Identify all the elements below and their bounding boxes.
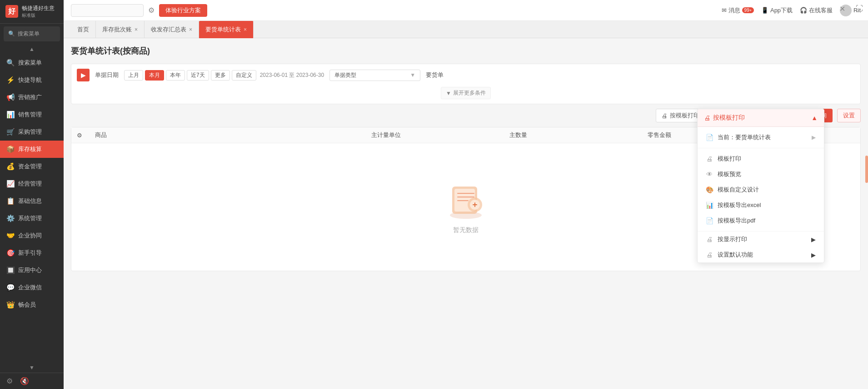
last7days-btn[interactable]: 近7天 [187, 70, 209, 81]
marketing-nav-label: 营销推广 [18, 93, 42, 101]
current-month-btn[interactable]: 本月 [145, 70, 164, 81]
scroll-down-btn[interactable]: ▼ [0, 363, 64, 373]
sidebar-item-operation[interactable]: 📈经营管理 [0, 175, 64, 192]
app-download-btn[interactable]: 📱 App下载 [761, 6, 793, 15]
type-select[interactable]: 单据类型 ▼ [329, 70, 420, 81]
sidebar-item-marketing[interactable]: 📢营销推广 [0, 89, 64, 106]
main-area: ⚙ 体验行业方案 ✉ 消息 99+ 📱 App下载 🎧 在线客服 Rit [64, 0, 868, 389]
sidebar-item-inventory[interactable]: 📦库存核算 [0, 141, 64, 158]
custom-btn[interactable]: 自定义 [232, 70, 256, 81]
action-bar: 🖨 按模板打印 ▲ ↑ 导出 ↺ 刷新 ... 查询 设置 [71, 109, 861, 122]
window-close-btn[interactable]: ✕ [833, 0, 851, 17]
collection-tab-close[interactable]: × [189, 26, 192, 33]
print-icon: 🖨 [662, 112, 668, 119]
template-pdf-icon: 📄 [706, 217, 713, 224]
tab-batch[interactable]: 库存批次账 × [96, 21, 145, 38]
topbar-left: ⚙ 体验行业方案 [71, 4, 207, 17]
sidebar-item-weixin[interactable]: 💬企业微信 [0, 279, 64, 296]
print-dropdown-panel: 🖨 按模板打印 ▲ 📄 当前：要货单统计表 ▶ [697, 109, 824, 263]
app-download-label: App下载 [770, 6, 793, 15]
expand-more-btn[interactable]: ▼ 展开更多条件 [441, 87, 491, 99]
dropdown-collapse-btn[interactable]: ▲ [811, 114, 818, 121]
display-print-expand-arrow: ▶ [811, 236, 816, 243]
logo-icon: 好 [5, 5, 18, 18]
sidebar-item-finance[interactable]: 💰资金管理 [0, 158, 64, 175]
sidebar-item-appstore[interactable]: 🔲应用中心 [0, 262, 64, 279]
sidebar-item-sales[interactable]: 📊销售管理 [0, 106, 64, 123]
settings-btn[interactable]: 设置 [837, 109, 861, 122]
dropdown-expand-default-func[interactable]: 🖨设置默认功能▶ [698, 247, 824, 263]
template-preview-icon: 👁 [706, 171, 713, 178]
current-arrow: ▶ [812, 134, 816, 141]
app-logo: 好 畅捷通好生意 标准版 [0, 0, 64, 24]
search-label: 搜索菜单 [18, 30, 40, 38]
resize-handle[interactable] [865, 156, 868, 183]
appstore-nav-label: 应用中心 [18, 266, 42, 274]
tab-order-stat[interactable]: 要货单统计表 × [199, 21, 254, 38]
online-service-label: 在线客服 [809, 6, 833, 15]
dropdown-current-item[interactable]: 📄 当前：要货单统计表 ▶ [698, 130, 824, 145]
order-stat-tab-close[interactable]: × [244, 26, 247, 33]
topbar-gear-icon[interactable]: ⚙ [148, 6, 155, 15]
mute-icon[interactable]: 🔇 [20, 377, 29, 385]
default-func-expand-label: 设置默认功能 [718, 251, 753, 259]
window-expand-btn[interactable]: ⛶ [851, 0, 868, 17]
dropdown-expand-display-print[interactable]: 🖨按显示打印▶ [698, 232, 824, 247]
guide-nav-label: 新手引导 [18, 249, 42, 257]
topbar-search-input[interactable] [71, 4, 144, 17]
current-year-btn[interactable]: 本年 [166, 70, 185, 81]
more-btn[interactable]: 更多 [211, 70, 230, 81]
message-btn[interactable]: ✉ 消息 99+ [722, 6, 754, 15]
scroll-up-btn[interactable]: ▲ [0, 44, 64, 54]
settings-icon[interactable]: ⚙ [6, 377, 13, 385]
prev-month-btn[interactable]: 上月 [124, 70, 143, 81]
type-select-label: 单据类型 [334, 71, 356, 79]
collab-nav-label: 企业协同 [18, 232, 42, 240]
col-product: 商品 [95, 131, 371, 139]
sidebar-item-basic[interactable]: 📋基础信息 [0, 192, 64, 210]
empty-illustration [443, 180, 489, 221]
collection-tab-label: 收发存汇总表 [151, 25, 186, 34]
sidebar-item-search[interactable]: 🔍搜索菜单 [0, 54, 64, 71]
purchase-nav-icon: 🛒 [6, 128, 15, 136]
sales-nav-icon: 📊 [6, 111, 15, 119]
operation-nav-label: 经营管理 [18, 180, 42, 188]
weixin-nav-label: 企业微信 [18, 283, 42, 292]
dropdown-item-template-pdf[interactable]: 📄按模板导出pdf [698, 213, 824, 228]
dropdown-item-template-print[interactable]: 🖨模板打印 [698, 151, 824, 167]
inventory-nav-label: 库存核算 [18, 145, 42, 153]
message-icon: ✉ [722, 7, 727, 14]
sidebar-item-shortcut[interactable]: ⚡快捷导航 [0, 71, 64, 89]
tab-home[interactable]: 首页 [71, 21, 96, 38]
sidebar-item-purchase[interactable]: 🛒采购管理 [0, 123, 64, 141]
sidebar-item-system[interactable]: ⚙️系统管理 [0, 210, 64, 227]
type-select-arrow: ▼ [410, 72, 415, 78]
dropdown-item-template-preview[interactable]: 👁模板预览 [698, 167, 824, 182]
sidebar-item-collab[interactable]: 🤝企业协同 [0, 227, 64, 244]
template-print-icon: 🖨 [706, 155, 713, 162]
app-name: 畅捷通好生意 [22, 5, 55, 12]
filter-expand-icon[interactable]: ▶ [77, 69, 90, 81]
sidebar-item-member[interactable]: 👑畅会员 [0, 296, 64, 313]
online-service-btn[interactable]: 🎧 在线客服 [800, 6, 833, 15]
batch-tab-close[interactable]: × [135, 26, 138, 33]
message-badge: 99+ [742, 7, 754, 13]
col-unit: 主计量单位 [371, 131, 509, 139]
display-print-expand-icon: 🖨 [706, 236, 713, 243]
template-excel-icon: 📊 [706, 202, 713, 209]
dropdown-template-section: 🖨模板打印👁模板预览🎨模板自定义设计📊按模板导出excel📄按模板导出pdf [698, 148, 824, 232]
sidebar-item-guide[interactable]: 🎯新手引导 [0, 244, 64, 262]
search-menu[interactable]: 🔍 搜索菜单 [4, 26, 60, 41]
template-preview-label: 模板预览 [718, 170, 816, 178]
expand-label: 展开更多条件 [453, 89, 486, 97]
dropdown-item-template-design[interactable]: 🎨模板自定义设计 [698, 182, 824, 197]
col-settings[interactable]: ⚙ [77, 132, 95, 139]
tab-collection[interactable]: 收发存汇总表 × [145, 21, 199, 38]
shortcut-nav-icon: ⚡ [6, 76, 15, 84]
trial-btn[interactable]: 体验行业方案 [159, 4, 207, 17]
dropdown-item-template-excel[interactable]: 📊按模板导出excel [698, 197, 824, 213]
order-label: 要货单 [426, 71, 444, 79]
dropdown-print-icon: 🖨 [704, 114, 710, 121]
inventory-nav-icon: 📦 [6, 145, 15, 153]
finance-nav-icon: 💰 [6, 162, 15, 171]
